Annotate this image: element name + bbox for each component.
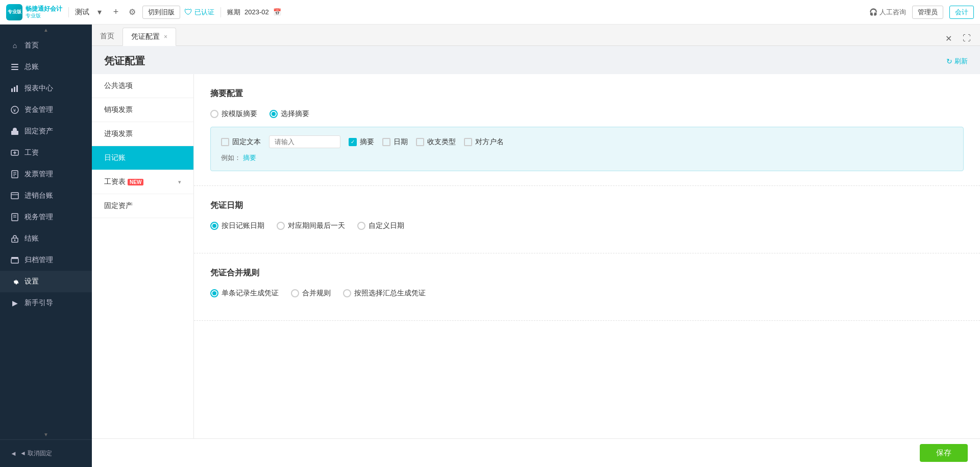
settings-btn[interactable]: ⚙ [126, 6, 138, 18]
radio-template-summary[interactable]: 按模版摘要 [210, 109, 257, 119]
voucher-date-title: 凭证日期 [210, 200, 964, 211]
tab-home[interactable]: 首页 [92, 27, 122, 45]
home-icon: ⌂ [10, 41, 19, 50]
page-title: 凭证配置 [104, 54, 145, 68]
config-nav-fixed-assets[interactable]: 固定资产 [92, 194, 193, 218]
service-btn[interactable]: 🎧 人工咨询 [869, 8, 906, 17]
sidebar-item-trade[interactable]: 进销台账 [0, 185, 92, 206]
sidebar-item-home[interactable]: ⌂ 首页 [0, 35, 92, 56]
admin-btn[interactable]: 管理员 [912, 6, 943, 19]
trade-icon [10, 191, 19, 200]
checkbox-date[interactable]: 日期 [382, 137, 408, 147]
switch-version-btn[interactable]: 切到旧版 [142, 6, 180, 19]
sidebar-item-settings[interactable]: 设置 [0, 271, 92, 292]
config-nav: 公共选项 销项发票 进项发票 日记账 工资表 NEW ▾ [92, 74, 194, 438]
archive-icon [10, 255, 19, 265]
add-btn[interactable]: + [110, 6, 122, 18]
config-nav-sales[interactable]: 销项发票 [92, 98, 193, 122]
radio-journal-date[interactable]: 按日记账日期 [210, 221, 264, 230]
company-dropdown-btn[interactable]: ▾ [93, 6, 106, 18]
config-nav-journal[interactable]: 日记账 [92, 146, 193, 170]
config-layout: 公共选项 销项发票 进项发票 日记账 工资表 NEW ▾ [92, 74, 980, 438]
checkbox-counterparty[interactable]: 对方户名 [464, 137, 504, 147]
radio-select-summary[interactable]: 选择摘要 [270, 109, 309, 119]
calendar-icon[interactable]: 📅 [273, 8, 281, 16]
sidebar-item-tax[interactable]: 税务管理 [0, 206, 92, 228]
app-name: 畅捷通好会计 [26, 5, 62, 12]
checkbox-summary-box: ✓ [349, 138, 357, 146]
radio-summary-gen-circle [343, 289, 351, 297]
radio-merge-rule[interactable]: 合并规则 [291, 289, 331, 298]
svg-rect-8 [11, 131, 18, 135]
tab-voucher-config[interactable]: 凭证配置 × [122, 28, 176, 46]
sidebar-item-ledger[interactable]: 总账 [0, 56, 92, 78]
merge-rules-title: 凭证合并规则 [210, 268, 964, 278]
cancel-fixed-btn[interactable]: ◄ ◄ 取消固定 [0, 445, 92, 462]
company-info: 专业版 畅捷通好会计 专业版 [6, 4, 62, 20]
svg-point-20 [14, 240, 16, 241]
sidebar-scroll-down[interactable]: ▼ [0, 429, 92, 439]
expand-tab-btn[interactable]: ⛶ [960, 31, 974, 45]
save-bar: 保存 [92, 438, 980, 467]
radio-period-last-circle [277, 222, 285, 230]
sidebar-item-report[interactable]: 报表中心 [0, 78, 92, 99]
svg-rect-3 [11, 88, 13, 92]
new-badge: NEW [128, 179, 143, 185]
fixed-text-input[interactable] [269, 135, 340, 148]
summary-config-box: 固定文本 ✓ 摘要 日期 [210, 127, 964, 171]
checkbox-payment-type[interactable]: 收支类型 [416, 137, 456, 147]
checkbox-date-box [382, 138, 390, 146]
sidebar-item-guide[interactable]: ▶ 新手引导 [0, 292, 92, 314]
role-btn[interactable]: 会计 [949, 6, 974, 19]
sidebar-item-assets[interactable]: 固定资产 [0, 121, 92, 142]
sidebar-item-archive[interactable]: 归档管理 [0, 249, 92, 271]
topbar-divider2 [220, 7, 221, 17]
sidebar: ▲ ⌂ 首页 总账 报表中心 ¥ 资金管 [0, 25, 92, 467]
content-spacer [194, 321, 980, 423]
sidebar-item-invoice[interactable]: 发票管理 [0, 164, 92, 185]
ledger-icon [10, 62, 19, 72]
svg-text:¥: ¥ [13, 108, 16, 113]
svg-rect-1 [11, 66, 18, 67]
checkbox-summary[interactable]: ✓ 摘要 [349, 137, 374, 147]
radio-custom-date[interactable]: 自定义日期 [357, 221, 404, 230]
main-layout: ▲ ⌂ 首页 总账 报表中心 ¥ 资金管 [0, 25, 980, 467]
sidebar-scroll: ⌂ 首页 总账 报表中心 ¥ 资金管理 [0, 35, 92, 429]
checkbox-fixed-text-box [221, 138, 229, 146]
tax-icon [10, 213, 19, 222]
settings-gear-icon [10, 277, 19, 286]
config-nav-payroll[interactable]: 工资表 NEW ▾ [92, 170, 193, 194]
radio-single-record[interactable]: 单条记录生成凭证 [210, 289, 279, 298]
close-account-icon [10, 234, 19, 243]
payroll-chevron-icon: ▾ [178, 179, 181, 185]
checkbox-payment-type-box [416, 138, 424, 146]
svg-rect-14 [11, 193, 18, 199]
sidebar-item-salary[interactable]: 工资 [0, 142, 92, 164]
checkbox-fixed-text[interactable]: 固定文本 [221, 137, 261, 147]
example-text: 例如： 摘要 [221, 153, 953, 162]
radio-period-last-day[interactable]: 对应期间最后一天 [277, 221, 345, 230]
sidebar-item-close[interactable]: 结账 [0, 228, 92, 249]
radio-summary-generate[interactable]: 按照选择汇总生成凭证 [343, 289, 426, 298]
salary-icon [10, 148, 19, 157]
radio-select-circle [270, 110, 278, 118]
config-nav-public[interactable]: 公共选项 [92, 74, 193, 98]
checkbox-counterparty-box [464, 138, 472, 146]
svg-rect-4 [14, 87, 15, 92]
radio-template-circle [210, 110, 218, 118]
summary-radio-group: 按模版摘要 选择摘要 [210, 109, 964, 119]
refresh-btn[interactable]: ↻ 刷新 [946, 57, 968, 66]
merge-rules-section: 凭证合并规则 单条记录生成凭证 合并规则 [194, 253, 980, 321]
config-nav-purchase[interactable]: 进项发票 [92, 122, 193, 146]
sidebar-item-capital[interactable]: ¥ 资金管理 [0, 99, 92, 121]
save-button[interactable]: 保存 [920, 444, 968, 462]
sidebar-scroll-up[interactable]: ▲ [0, 25, 92, 35]
period-info: 账期 2023-02 📅 [227, 8, 281, 17]
voucher-date-radio-group: 按日记账日期 对应期间最后一天 自定义日期 [210, 221, 964, 230]
close-tab-btn[interactable]: ✕ [941, 31, 955, 45]
topbar: 专业版 畅捷通好会计 专业版 测试 ▾ + ⚙ 切到旧版 🛡 已认证 账期 20… [0, 0, 980, 25]
tab-close-voucher-config[interactable]: × [164, 33, 167, 40]
app-edition: 专业版 [26, 13, 62, 19]
guide-icon: ▶ [10, 298, 19, 308]
company-name: 测试 [75, 8, 89, 17]
